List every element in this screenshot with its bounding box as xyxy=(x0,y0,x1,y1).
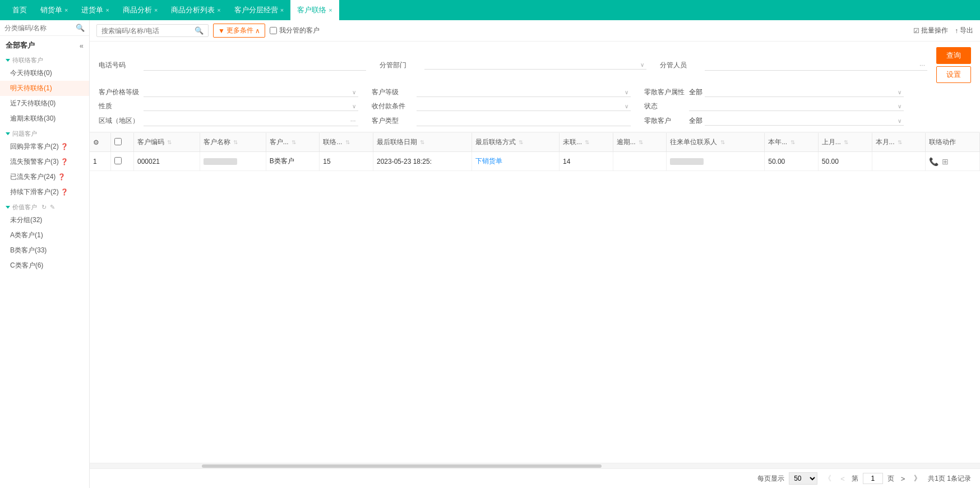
nav-sales-order[interactable]: 销货单 × xyxy=(34,0,75,20)
col-checkbox[interactable] xyxy=(110,133,133,152)
footer: 每页显示 50 100 200 《 < 第 页 > 》 共1页 1条记录 xyxy=(90,468,980,488)
phone-action-icon[interactable]: 📞 xyxy=(929,157,939,166)
cell-contact-person xyxy=(667,152,765,171)
my-customers-checkbox[interactable] xyxy=(270,27,277,34)
per-page-select[interactable]: 50 100 200 xyxy=(789,472,817,485)
sidebar-item-repurchase-abnormal[interactable]: 回购异常客户(2) ❓ xyxy=(0,139,89,154)
my-customers-checkbox-label[interactable]: 我分管的客户 xyxy=(270,26,320,35)
total-records-label: 共1页 1条记录 xyxy=(928,474,971,484)
col-last-date[interactable]: 最后联络日期 ⇅ xyxy=(373,133,471,152)
sidebar-item-class-a[interactable]: A类客户(1) xyxy=(0,228,89,243)
customer-type-input[interactable] xyxy=(417,116,631,126)
close-icon[interactable]: × xyxy=(280,0,284,20)
nav-product-analysis[interactable]: 商品分析 × xyxy=(116,0,164,20)
chevron-down-icon: ∨ xyxy=(625,103,628,109)
row-checkbox[interactable] xyxy=(114,157,122,164)
setting-button[interactable]: 设置 xyxy=(936,66,971,83)
sidebar-item-ungrouped[interactable]: 未分组(32) xyxy=(0,213,89,228)
sort-icon: ⇅ xyxy=(420,139,424,145)
batch-operation-button[interactable]: ☑ 批量操作 xyxy=(913,26,948,35)
chevron-down-icon: ∨ xyxy=(352,89,356,95)
sidebar-item-churned[interactable]: 已流失客户(24) ❓ xyxy=(0,169,89,185)
refresh-icon[interactable]: ↻ xyxy=(41,204,47,211)
customer-level-select[interactable]: ∨ xyxy=(417,88,631,97)
page-suffix-label: 页 xyxy=(887,474,894,484)
col-no-contact[interactable]: 未联... ⇅ xyxy=(559,133,613,152)
settings-icon[interactable]: ⚙ xyxy=(93,139,99,146)
sidebar-item-overdue[interactable]: 逾期未联络(30) xyxy=(0,111,89,126)
sidebar-search-box[interactable]: 🔍 xyxy=(0,20,89,36)
nav-purchase-order[interactable]: 进货单 × xyxy=(75,0,115,20)
cell-actions: 📞 ⊞ xyxy=(926,152,980,171)
sidebar-item-7days[interactable]: 近7天待联络(0) xyxy=(0,96,89,111)
col-code[interactable]: 客户编码 ⇅ xyxy=(133,133,200,152)
sidebar-item-today[interactable]: 今天待联络(0) xyxy=(0,66,89,81)
chevron-down-icon: ∨ xyxy=(898,89,902,95)
col-last-month[interactable]: 上月... ⇅ xyxy=(818,133,872,152)
payment-select[interactable]: ∨ xyxy=(417,102,631,111)
col-category[interactable]: 客户... ⇅ xyxy=(266,133,320,152)
first-page-button[interactable]: 《 xyxy=(822,472,834,485)
close-icon[interactable]: × xyxy=(105,0,109,20)
region-select[interactable]: ··· xyxy=(144,116,358,126)
nav-customer-contact[interactable]: 客户联络 × xyxy=(290,0,339,20)
sidebar-item-churn-warning[interactable]: 流失预警客户(3) ❓ xyxy=(0,154,89,169)
cell-checkbox[interactable] xyxy=(110,152,133,171)
query-button[interactable]: 查询 xyxy=(936,47,971,64)
person-filter-select[interactable]: ··· xyxy=(705,60,927,71)
help-icon: ❓ xyxy=(61,143,68,150)
sidebar-item-class-c[interactable]: C类客户(6) xyxy=(0,258,89,273)
sidebar-search-icon[interactable]: 🔍 xyxy=(76,24,85,32)
phone-filter-input[interactable] xyxy=(144,60,366,71)
close-icon[interactable]: × xyxy=(217,0,220,20)
sidebar-search-input[interactable] xyxy=(4,24,76,32)
col-this-year[interactable]: 本年... ⇅ xyxy=(765,133,819,152)
search-icon[interactable]: 🔍 xyxy=(195,26,204,35)
retail-customer-select[interactable]: ∨ xyxy=(705,117,904,126)
export-button[interactable]: ↑ 导出 xyxy=(955,26,973,35)
col-name[interactable]: 客户名称 ⇅ xyxy=(200,133,266,152)
search-box[interactable]: 🔍 xyxy=(96,24,209,37)
col-contact-person[interactable]: 往来单位联系人 ⇅ xyxy=(667,133,765,152)
nav-customer-segmentation[interactable]: 客户分层经营 × xyxy=(228,0,290,20)
more-filter-button[interactable]: ▼ 更多条件 ∧ xyxy=(213,24,265,38)
sort-icon: ⇅ xyxy=(345,139,350,145)
toolbar: 🔍 ▼ 更多条件 ∧ 我分管的客户 ☑ 批量操作 ↑ 导出 xyxy=(90,20,980,42)
close-icon[interactable]: × xyxy=(329,0,332,20)
cell-last-month: 50.00 xyxy=(818,152,872,171)
col-contact-count[interactable]: 联络... ⇅ xyxy=(320,133,373,152)
prev-page-button[interactable]: < xyxy=(838,473,847,484)
nav-product-analysis-list[interactable]: 商品分析列表 × xyxy=(164,0,227,20)
close-icon[interactable]: × xyxy=(154,0,158,20)
col-overdue[interactable]: 逾期... ⇅ xyxy=(613,133,667,152)
last-page-button[interactable]: 》 xyxy=(912,472,923,485)
all-customers-title[interactable]: 全部客户 « xyxy=(0,36,89,53)
next-page-button[interactable]: > xyxy=(899,473,908,484)
collapse-icon[interactable]: « xyxy=(80,42,84,50)
sidebar-item-class-b[interactable]: B类客户(33) xyxy=(0,243,89,258)
col-gear[interactable]: ⚙ xyxy=(90,133,110,152)
retail-attr-select[interactable]: ∨ xyxy=(705,88,904,97)
col-this-month[interactable]: 本月... ⇅ xyxy=(872,133,926,152)
nature-select[interactable]: ∨ xyxy=(144,102,358,111)
col-last-method[interactable]: 最后联络方式 ⇅ xyxy=(472,133,560,152)
sidebar-item-declining[interactable]: 持续下滑客户(2) ❓ xyxy=(0,185,89,200)
price-level-select[interactable]: ∨ xyxy=(144,88,358,97)
horizontal-scrollbar[interactable] xyxy=(90,463,980,468)
main-search-input[interactable] xyxy=(101,27,195,35)
sidebar-item-tomorrow[interactable]: 明天待联络(1) xyxy=(0,81,89,96)
toolbar-right: ☑ 批量操作 ↑ 导出 xyxy=(913,26,973,35)
nav-home[interactable]: 首页 xyxy=(6,0,34,20)
close-icon[interactable]: × xyxy=(64,0,68,20)
status-select[interactable]: ∨ xyxy=(689,102,904,111)
cell-last-method[interactable]: 下销货单 xyxy=(472,152,560,171)
dept-filter-select[interactable]: ∨ xyxy=(424,61,647,70)
grid-action-icon[interactable]: ⊞ xyxy=(942,157,949,166)
last-method-link[interactable]: 下销货单 xyxy=(475,157,502,165)
page-number-input[interactable] xyxy=(863,473,883,484)
sort-icon: ⇅ xyxy=(639,139,643,145)
select-all-checkbox[interactable] xyxy=(114,138,122,145)
sort-icon: ⇅ xyxy=(791,139,795,145)
edit-icon[interactable]: ✎ xyxy=(50,204,55,211)
scrollbar-thumb[interactable] xyxy=(202,464,602,468)
